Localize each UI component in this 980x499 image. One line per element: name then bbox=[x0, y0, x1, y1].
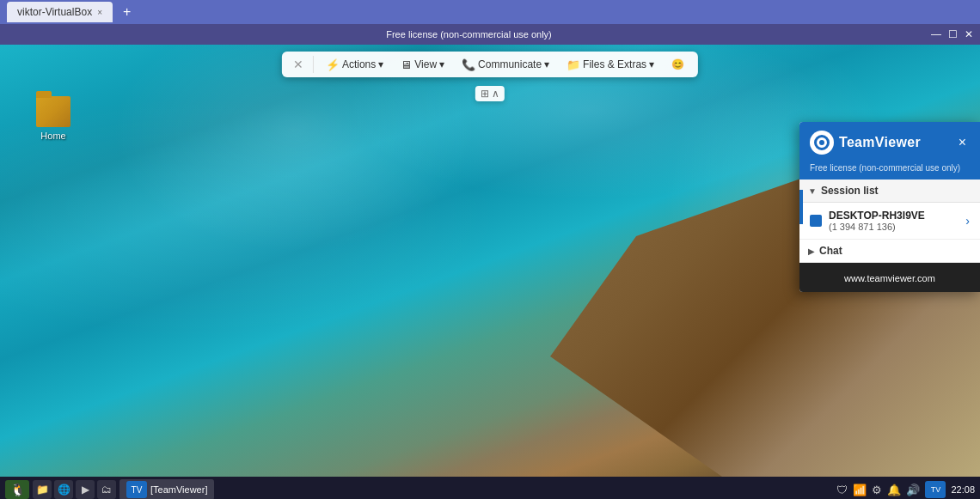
close-button[interactable]: ✕ bbox=[965, 28, 973, 40]
toolbar-close-button[interactable]: ✕ bbox=[289, 55, 308, 74]
view-icon: 🖥 bbox=[401, 58, 412, 71]
tv-tray-icon[interactable]: TV bbox=[925, 481, 946, 498]
taskbar-folder-icon[interactable]: 🗂 bbox=[97, 480, 116, 499]
emoji-button[interactable]: 😊 bbox=[665, 56, 691, 73]
session-id: (1 394 871 136) bbox=[829, 222, 965, 232]
grid-icon: ⊞ ∧ bbox=[481, 88, 499, 100]
tv-icon-inner: TV bbox=[132, 485, 143, 495]
actions-menu-button[interactable]: ⚡ Actions ▾ bbox=[319, 56, 390, 74]
tv-footer: www.teamviewer.com bbox=[799, 263, 980, 292]
taskbar-quick-launch: 📁 🌐 ▶ 🗂 bbox=[33, 480, 116, 499]
toolbar-expand-row[interactable]: ⊞ ∧ bbox=[475, 86, 505, 101]
home-icon-label: Home bbox=[40, 131, 65, 141]
volume-tray-icon[interactable]: 🔊 bbox=[906, 484, 920, 496]
tv-subtitle: Free license (non-commercial use only) bbox=[799, 163, 980, 180]
teamviewer-panel: ❮ TeamViewer × Free license (non-commerc… bbox=[799, 122, 980, 292]
home-desktop-icon[interactable]: Home bbox=[26, 96, 81, 141]
toolbar-sep-1 bbox=[313, 56, 314, 73]
session-connect-arrow: › bbox=[965, 214, 970, 228]
session-item[interactable]: DESKTOP-RH3I9VE (1 394 871 136) › bbox=[799, 203, 980, 240]
session-info: DESKTOP-RH3I9VE (1 394 871 136) bbox=[829, 210, 965, 232]
actions-arrow: ▾ bbox=[378, 58, 383, 70]
network-tray-icon[interactable]: 📶 bbox=[853, 484, 867, 496]
files-arrow: ▾ bbox=[649, 58, 654, 70]
minimize-button[interactable]: — bbox=[931, 28, 941, 40]
window-controls: — ☐ ✕ bbox=[931, 28, 973, 40]
tab-title: viktor-VirtualBox bbox=[17, 6, 92, 18]
tv-website-link[interactable]: www.teamviewer.com bbox=[844, 273, 935, 283]
actions-label: Actions bbox=[342, 58, 376, 70]
taskbar-files-icon[interactable]: 📁 bbox=[33, 480, 52, 499]
actions-icon: ⚡ bbox=[326, 58, 340, 71]
folder-taskbar-icon: 🗂 bbox=[101, 484, 112, 496]
communicate-arrow: ▾ bbox=[544, 58, 549, 70]
taskbar-teamviewer-app[interactable]: TV [TeamViewer] bbox=[119, 479, 214, 499]
chat-section[interactable]: ▶ Chat bbox=[799, 240, 980, 263]
window-title: Free license (non-commercial use only) bbox=[7, 29, 931, 40]
maximize-button[interactable]: ☐ bbox=[948, 28, 958, 40]
taskbar-browser-icon[interactable]: 🌐 bbox=[54, 480, 73, 499]
tv-license-text: Free license (non-commercial use only) bbox=[810, 163, 960, 173]
communicate-label: Communicate bbox=[478, 58, 542, 70]
alert-tray-icon[interactable]: 🔔 bbox=[887, 484, 901, 496]
start-button[interactable]: 🐧 bbox=[5, 480, 29, 499]
browser-taskbar-icon: 🌐 bbox=[58, 484, 70, 496]
files-label: Files & Extras bbox=[583, 58, 646, 70]
taskbar-app-label: [TeamViewer] bbox=[150, 484, 207, 495]
tv-logo-icon bbox=[810, 131, 834, 155]
view-arrow: ▾ bbox=[439, 58, 444, 70]
taskbar: 🐧 📁 🌐 ▶ 🗂 TV [TeamViewer] 🛡 📶 ⚙ 🔔 🔊 TV 2… bbox=[0, 477, 980, 499]
tab-close-button[interactable]: × bbox=[97, 8, 102, 17]
virtual-desktop: ✕ ⚡ Actions ▾ 🖥 View ▾ 📞 Communicate ▾ 📁… bbox=[0, 45, 980, 477]
shield-tray-icon[interactable]: 🛡 bbox=[836, 484, 848, 496]
start-icon: 🐧 bbox=[10, 483, 25, 496]
terminal-taskbar-icon: ▶ bbox=[82, 484, 89, 496]
emoji-icon: 😊 bbox=[671, 58, 684, 70]
chat-title: Chat bbox=[819, 245, 842, 257]
new-tab-button[interactable]: + bbox=[119, 4, 134, 20]
tv-title: TeamViewer bbox=[839, 135, 921, 150]
view-menu-button[interactable]: 🖥 View ▾ bbox=[394, 56, 451, 74]
tv-close-button[interactable]: × bbox=[955, 133, 970, 152]
system-clock: 22:08 bbox=[951, 484, 975, 495]
tv-logo-inner bbox=[814, 135, 830, 150]
tv-header: TeamViewer × bbox=[799, 122, 980, 163]
communicate-icon: 📞 bbox=[462, 58, 475, 71]
chat-arrow: ▶ bbox=[808, 246, 815, 256]
session-list-header[interactable]: ▼ Session list bbox=[799, 180, 980, 203]
taskbar-terminal-icon[interactable]: ▶ bbox=[76, 480, 95, 499]
browser-tab-bar: viktor-VirtualBox × + bbox=[0, 0, 980, 24]
communicate-menu-button[interactable]: 📞 Communicate ▾ bbox=[455, 56, 556, 74]
tv-taskbar-icon: TV bbox=[126, 481, 147, 498]
files-taskbar-icon: 📁 bbox=[36, 484, 49, 496]
session-list-arrow: ▼ bbox=[808, 186, 817, 196]
files-icon: 📁 bbox=[567, 58, 580, 71]
browser-tab[interactable]: viktor-VirtualBox × bbox=[7, 2, 113, 22]
taskbar-tray: 🛡 📶 ⚙ 🔔 🔊 TV 22:08 bbox=[836, 481, 975, 498]
tv-tray-symbol: TV bbox=[931, 485, 941, 494]
session-list-title: Session list bbox=[821, 185, 879, 197]
session-name: DESKTOP-RH3I9VE bbox=[829, 210, 965, 222]
home-folder-icon bbox=[36, 96, 70, 127]
remote-toolbar: ✕ ⚡ Actions ▾ 🖥 View ▾ 📞 Communicate ▾ 📁… bbox=[282, 52, 698, 77]
view-label: View bbox=[414, 58, 437, 70]
files-menu-button[interactable]: 📁 Files & Extras ▾ bbox=[560, 56, 661, 74]
session-indicator bbox=[810, 215, 822, 227]
browser-title-bar: Free license (non-commercial use only) —… bbox=[0, 24, 980, 45]
tv-body: ▼ Session list DESKTOP-RH3I9VE (1 394 87… bbox=[799, 180, 980, 263]
tv-logo-area: TeamViewer bbox=[810, 131, 921, 155]
settings-tray-icon[interactable]: ⚙ bbox=[872, 484, 882, 496]
